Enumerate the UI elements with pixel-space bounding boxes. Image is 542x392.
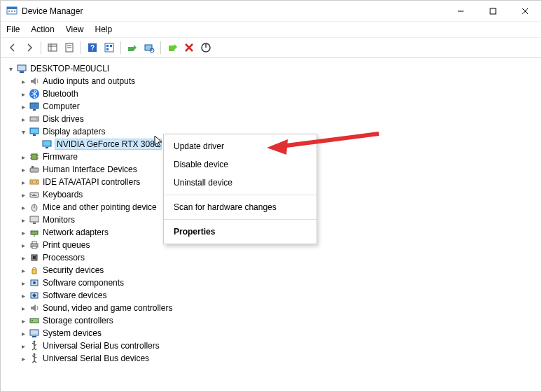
sound-icon xyxy=(29,302,40,314)
tree-item-swcomp[interactable]: ▸ Software components xyxy=(4,276,538,289)
context-menu-update-driver[interactable]: Update driver xyxy=(164,137,317,155)
chevron-right-icon[interactable]: ▸ xyxy=(19,279,27,287)
chevron-right-icon[interactable]: ▸ xyxy=(19,266,27,274)
svg-rect-30 xyxy=(33,109,36,111)
chevron-right-icon[interactable]: ▸ xyxy=(19,291,27,300)
tree-item-system[interactable]: ▸ System devices xyxy=(4,327,538,340)
chevron-right-icon[interactable]: ▸ xyxy=(19,178,27,186)
chevron-right-icon[interactable]: ▸ xyxy=(19,165,27,174)
svg-point-32 xyxy=(36,118,38,120)
context-menu-properties[interactable]: Properties xyxy=(164,223,317,241)
chevron-right-icon[interactable]: ▸ xyxy=(19,102,27,111)
chevron-right-icon[interactable]: ▸ xyxy=(19,153,27,161)
chevron-right-icon[interactable]: ▸ xyxy=(19,216,27,224)
svg-point-45 xyxy=(32,181,33,183)
chevron-right-icon[interactable]: ▸ xyxy=(19,253,27,262)
tree-item-usbctrl[interactable]: ▸ Universal Serial Bus controllers xyxy=(4,340,538,352)
svg-rect-17 xyxy=(105,43,113,52)
update-driver-toolbutton[interactable] xyxy=(125,40,140,55)
printer-icon xyxy=(29,239,40,251)
chevron-down-icon[interactable]: ▾ xyxy=(19,127,27,136)
tree-item-security[interactable]: ▸ Security devices xyxy=(4,264,538,276)
svg-rect-18 xyxy=(106,45,109,47)
chevron-right-icon[interactable]: ▸ xyxy=(19,190,27,199)
chevron-right-icon[interactable]: ▸ xyxy=(19,115,27,123)
chevron-right-icon[interactable]: ▸ xyxy=(19,90,27,98)
storage-controller-icon xyxy=(29,315,40,326)
svg-rect-24 xyxy=(169,46,174,51)
menu-file[interactable]: File xyxy=(6,24,20,34)
chevron-right-icon[interactable]: ▸ xyxy=(19,342,27,350)
menu-action[interactable]: Action xyxy=(31,24,54,34)
chevron-right-icon[interactable]: ▸ xyxy=(19,203,27,211)
svg-rect-29 xyxy=(30,103,39,108)
chevron-right-icon[interactable]: ▸ xyxy=(19,77,27,85)
tree-item-label: Processors xyxy=(43,253,85,262)
mouse-icon xyxy=(29,202,40,213)
chevron-right-icon[interactable]: ▸ xyxy=(19,316,27,325)
minimize-button[interactable] xyxy=(445,1,477,22)
svg-rect-62 xyxy=(33,256,36,259)
tree-item-usbdev[interactable]: ▸ Universal Serial Bus devices xyxy=(4,352,538,365)
svg-rect-67 xyxy=(30,318,39,323)
menu-view[interactable]: View xyxy=(66,24,84,34)
chevron-right-icon[interactable]: ▸ xyxy=(19,329,27,337)
svg-point-71 xyxy=(34,341,36,343)
tree-item-disk[interactable]: ▸ Disk drives xyxy=(4,113,538,125)
scan-hardware-toolbutton[interactable] xyxy=(141,40,157,55)
forward-button[interactable] xyxy=(22,40,37,55)
tree-item-swdev[interactable]: ▸ Software devices xyxy=(4,289,538,302)
tree-item-label: Universal Serial Bus devices xyxy=(43,354,149,363)
menu-help[interactable]: Help xyxy=(95,24,113,34)
chevron-right-icon[interactable]: ▸ xyxy=(19,228,27,237)
svg-point-65 xyxy=(33,281,36,284)
uninstall-device-toolbutton[interactable] xyxy=(181,40,197,55)
context-menu: Update driver Disable device Uninstall d… xyxy=(163,134,317,244)
context-menu-scan-hardware[interactable]: Scan for hardware changes xyxy=(164,198,317,216)
tree-item-computer[interactable]: ▸ Computer xyxy=(4,100,538,113)
svg-rect-48 xyxy=(32,194,32,195)
tree-root-label: DESKTOP-ME0UCLI xyxy=(30,64,109,74)
svg-rect-36 xyxy=(46,147,48,148)
tree-item-label: Software devices xyxy=(43,290,106,300)
properties-button[interactable] xyxy=(62,40,77,55)
svg-rect-33 xyxy=(30,128,39,134)
svg-rect-59 xyxy=(32,241,36,244)
chevron-right-icon[interactable]: ▸ xyxy=(19,354,27,363)
show-hidden-button[interactable] xyxy=(45,40,60,55)
svg-rect-42 xyxy=(30,168,39,172)
software-icon xyxy=(29,277,40,288)
back-button[interactable] xyxy=(5,40,20,55)
enable-device-toolbutton[interactable] xyxy=(165,40,180,55)
toolbar: ? xyxy=(1,38,541,58)
tree-item-audio[interactable]: ▸ Audio inputs and outputs xyxy=(4,75,538,88)
system-icon xyxy=(29,328,40,339)
svg-rect-51 xyxy=(32,195,36,196)
tree-item-label: Software components xyxy=(43,278,124,288)
svg-rect-35 xyxy=(43,141,51,146)
view-button[interactable] xyxy=(102,40,117,55)
svg-rect-63 xyxy=(32,270,36,274)
tree-root[interactable]: ▾ DESKTOP-ME0UCLI xyxy=(4,62,538,75)
svg-rect-54 xyxy=(30,216,39,222)
tree-item-storage[interactable]: ▸ Storage controllers xyxy=(4,314,538,327)
keyboard-icon xyxy=(29,189,40,200)
svg-rect-9 xyxy=(48,44,57,51)
context-menu-uninstall-device[interactable]: Uninstall device xyxy=(164,174,317,192)
close-button[interactable] xyxy=(509,1,541,22)
tree-item-bluetooth[interactable]: ▸ Bluetooth xyxy=(4,88,538,100)
maximize-button[interactable] xyxy=(477,1,509,22)
svg-rect-34 xyxy=(33,134,36,136)
svg-point-68 xyxy=(32,320,33,321)
disable-device-toolbutton[interactable] xyxy=(198,40,214,55)
tree-item-sound[interactable]: ▸ Sound, video and game controllers xyxy=(4,302,538,314)
tree-item-label: Network adapters xyxy=(43,227,109,237)
chevron-right-icon[interactable]: ▸ xyxy=(19,241,27,249)
tree-item-processors[interactable]: ▸ Processors xyxy=(4,251,538,264)
app-icon xyxy=(6,6,18,17)
chip-icon xyxy=(29,151,40,162)
chevron-down-icon[interactable]: ▾ xyxy=(6,64,15,73)
help-button[interactable]: ? xyxy=(85,40,100,55)
context-menu-disable-device[interactable]: Disable device xyxy=(164,155,317,174)
chevron-right-icon[interactable]: ▸ xyxy=(19,304,27,312)
